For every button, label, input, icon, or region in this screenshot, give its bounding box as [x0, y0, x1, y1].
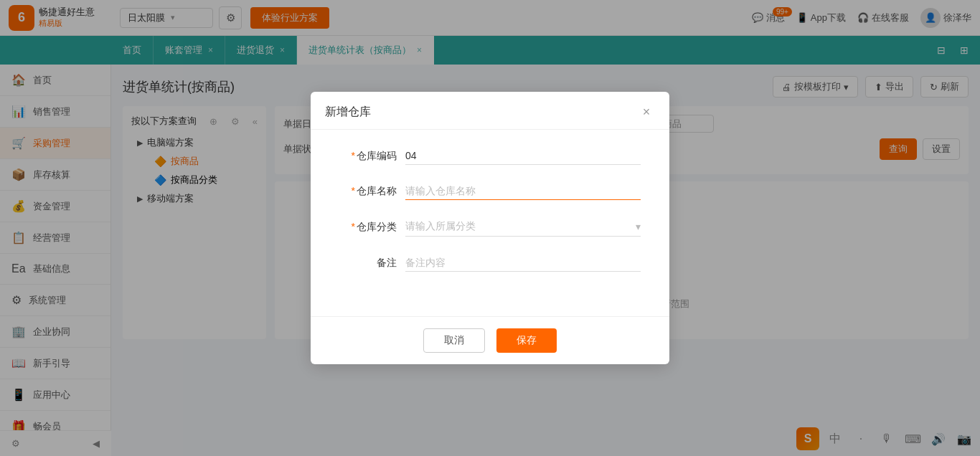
warehouse-code-label: *仓库编码 [339, 150, 397, 163]
req-mark-3: * [352, 221, 355, 232]
save-button[interactable]: 保存 [496, 328, 557, 353]
cancel-button[interactable]: 取消 [423, 328, 485, 353]
warehouse-name-input[interactable] [405, 182, 641, 200]
modal-header: 新增仓库 × [311, 92, 669, 130]
warehouse-category-placeholder: 请输入所属分类 [405, 220, 476, 233]
warehouse-name-row: *仓库名称 [339, 182, 641, 200]
modal-overlay[interactable]: 新增仓库 × *仓库编码 *仓库名称 *仓库分类 [0, 0, 980, 456]
warehouse-category-arrow: ▾ [636, 221, 641, 232]
warehouse-code-input[interactable] [405, 147, 641, 165]
req-mark: * [352, 150, 355, 161]
new-warehouse-modal: 新增仓库 × *仓库编码 *仓库名称 *仓库分类 [311, 92, 669, 364]
warehouse-notes-row: 备注 [339, 254, 641, 272]
warehouse-category-row: *仓库分类 请输入所属分类 ▾ [339, 217, 641, 237]
warehouse-notes-input[interactable] [405, 254, 641, 272]
modal-close-btn[interactable]: × [638, 103, 655, 120]
warehouse-category-select[interactable]: 请输入所属分类 ▾ [405, 217, 641, 237]
req-mark-2: * [352, 185, 355, 196]
warehouse-notes-label: 备注 [339, 257, 397, 270]
warehouse-name-label: *仓库名称 [339, 185, 397, 198]
modal-body: *仓库编码 *仓库名称 *仓库分类 请输入所属分类 ▾ [311, 130, 669, 316]
warehouse-code-row: *仓库编码 [339, 147, 641, 165]
warehouse-category-label: *仓库分类 [339, 221, 397, 234]
modal-title: 新增仓库 [325, 105, 371, 120]
modal-footer: 取消 保存 [311, 316, 669, 364]
